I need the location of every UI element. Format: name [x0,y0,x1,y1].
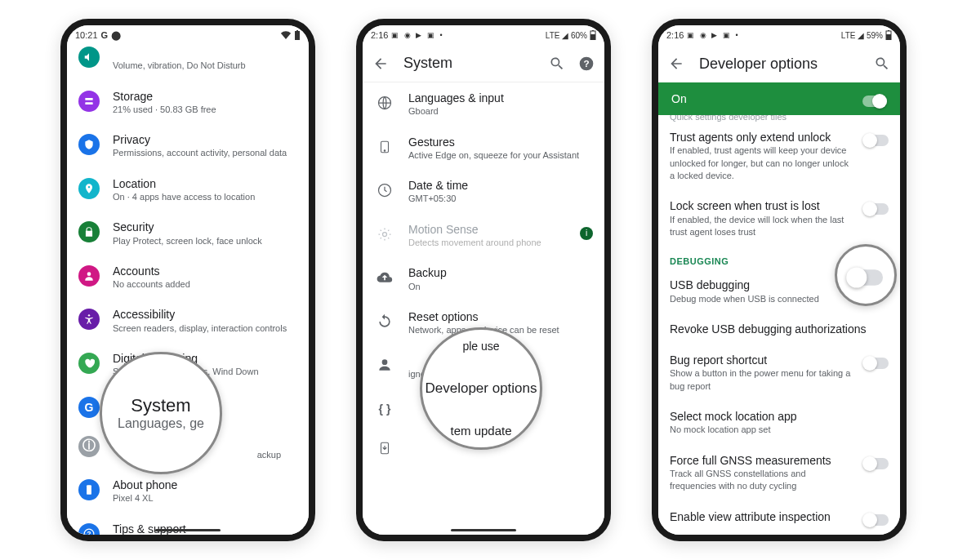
search-icon[interactable] [874,56,890,72]
magnifier-title: Developer options [425,380,537,397]
row-gestures[interactable]: GesturesActive Edge on, squeeze for your… [363,127,604,171]
row-storage[interactable]: Storage21% used · 50.83 GB free [67,81,309,125]
sound-icon [78,47,100,68]
svg-rect-1 [296,30,298,31]
app-bar: System ? [363,45,604,82]
svg-point-5 [88,315,90,317]
app-bar: Developer options [658,45,900,82]
battery-icon [590,30,596,40]
svg-rect-6 [87,485,91,495]
status-bar: 10:21 G ⬤ [67,25,309,45]
magnifier-devopts: ple use Developer options tem update [420,327,542,450]
motion-icon [374,224,395,245]
devopts-list[interactable]: Quick settings developer tiles Trust age… [658,115,900,535]
update-icon [374,438,395,459]
code-icon: { } [374,398,395,420]
svg-rect-2 [85,97,92,100]
master-toggle[interactable]: On [658,82,900,115]
wifi-icon [280,31,292,39]
row-motion-sense[interactable]: Motion SenseDetects movement around phon… [363,214,604,258]
accounts-icon [78,265,100,287]
svg-rect-10 [590,34,595,40]
google-icon: G [78,397,100,418]
svg-text:?: ? [87,531,91,535]
signal-label: LTE ◢ 59% [841,31,883,40]
phone-devopts: 2:16 ▣ ◉ ▶ ▣ • LTE ◢ 59% Developer optio… [652,19,907,541]
battery-icon [885,30,892,40]
row-bugreport[interactable]: Bug report shortcutShow a button in the … [658,344,900,401]
row-languages[interactable]: Languages & inputGboard [363,82,604,127]
phone-settings: 10:21 G ⬤ Sound Volume, vibrat [60,19,315,541]
phone-system: 2:16 ▣ ◉ ▶ ▣ • LTE ◢ 60% System ? [356,19,611,541]
home-indicator[interactable] [451,529,516,531]
status-bar: 2:16 ▣ ◉ ▶ ▣ • LTE ◢ 60% [363,25,604,45]
switch-trust-agents[interactable] [864,135,889,146]
row-revoke-usb[interactable]: Revoke USB debugging authorizations [658,313,900,344]
sound-sub: Volume, vibration, Do Not Disturb [113,60,297,72]
status-app-icons: ▣ ◉ ▶ ▣ • [687,31,739,39]
svg-rect-0 [295,31,300,40]
switch-gnss[interactable] [864,458,889,469]
globe-icon [374,92,395,113]
screen: 10:21 G ⬤ Sound Volume, vibrat [67,25,309,535]
svg-point-16 [384,149,385,151]
status-time: 10:21 [75,30,98,40]
security-icon [78,221,100,242]
info-badge[interactable]: i [580,227,593,240]
switch-lock-trust[interactable] [864,203,889,215]
svg-rect-11 [592,30,594,31]
screen: 2:16 ▣ ◉ ▶ ▣ • LTE ◢ 59% Developer optio… [658,25,900,535]
screen: 2:16 ▣ ◉ ▶ ▣ • LTE ◢ 60% System ? [363,25,604,535]
magnifier-title: System [131,395,190,416]
gesture-icon [374,136,395,158]
row-datetime[interactable]: Date & timeGMT+05:30 [363,170,604,214]
row-debug-app[interactable]: Select debug app [658,534,900,535]
back-icon[interactable] [668,56,684,72]
magnified-switch[interactable] [849,269,883,286]
row-accessibility[interactable]: AccessibilityScreen readers, display, in… [67,299,309,343]
row-gnss[interactable]: Force full GNSS measurementsTrack all GN… [658,445,900,501]
svg-point-18 [383,232,387,236]
row-trust-agents[interactable]: Trust agents only extend unlockIf enable… [658,122,900,190]
mag-cut-top: ple use [462,340,499,353]
user-icon [374,354,395,376]
row-sound[interactable]: Sound Volume, vibration, Do Not Disturb [67,45,309,81]
magnifier-system: System Languages, ge [100,352,222,474]
help-icon: ? [78,523,100,535]
backup-icon [374,267,395,288]
magnifier-usb-switch [835,244,897,306]
page-title: Developer options [699,56,859,73]
home-indicator[interactable] [155,529,221,531]
back-icon[interactable] [372,56,389,72]
row-about-phone[interactable]: About phonePixel 4 XL [67,469,309,513]
location-icon [78,178,100,199]
switch-bugreport[interactable] [864,358,889,369]
on-label: On [671,92,687,105]
status-time: 2:16 [371,30,388,40]
svg-point-19 [382,360,388,366]
clock-icon [374,180,395,201]
row-view-attr[interactable]: Enable view attribute inspection [658,501,900,534]
svg-rect-3 [85,102,92,104]
svg-text:?: ? [583,58,589,69]
switch-view-attr[interactable] [864,514,889,526]
row-location[interactable]: LocationOn · 4 apps have access to locat… [67,168,309,212]
row-tips[interactable]: ? Tips & supportHelp articles, phone & c… [67,513,309,535]
wellbeing-icon [78,353,100,374]
row-privacy[interactable]: PrivacyPermissions, account activity, pe… [67,124,309,168]
svg-rect-22 [886,34,891,40]
row-mock-location[interactable]: Select mock location appNo mock location… [658,401,900,445]
row-accounts[interactable]: AccountsNo accounts added [67,256,309,300]
row-backup[interactable]: BackupOn [363,257,604,301]
signal-label: LTE ◢ 60% [546,31,587,40]
status-app-icons: ▣ ◉ ▶ ▣ • [391,31,443,39]
shield-status-icon: ⬤ [111,30,121,41]
phone-icon [78,479,100,500]
help-icon[interactable]: ? [578,56,595,72]
system-list[interactable]: Languages & inputGboard GesturesActive E… [363,82,604,535]
status-time: 2:16 [666,30,684,40]
master-switch[interactable] [862,96,887,107]
row-security[interactable]: SecurityPlay Protect, screen lock, face … [67,211,309,256]
search-icon[interactable] [549,56,565,72]
row-lock-trust[interactable]: Lock screen when trust is lostIf enabled… [658,190,900,247]
